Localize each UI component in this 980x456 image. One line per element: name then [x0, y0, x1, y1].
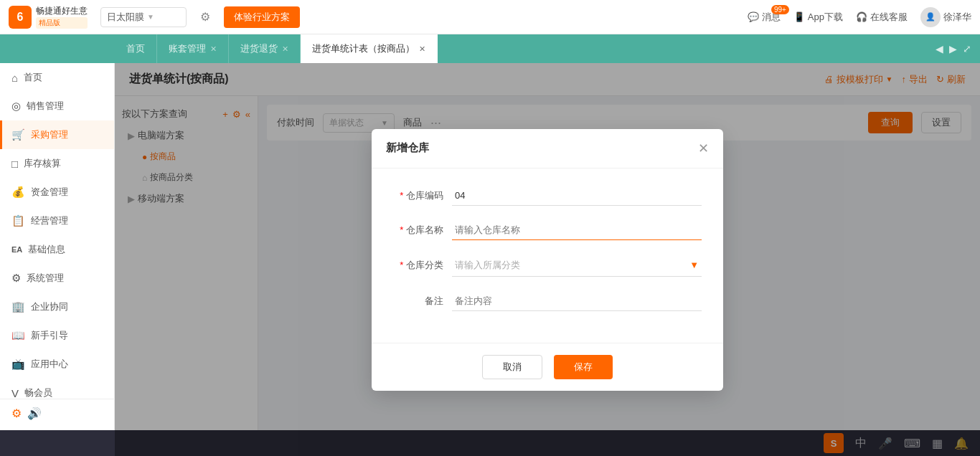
logo-area: 6 畅捷通好生意 精品版 — [9, 5, 88, 29]
sidebar-item-inventory[interactable]: □ 库存核算 — [0, 149, 114, 178]
modal-header: 新增仓库 ✕ — [372, 129, 723, 168]
name-required-mark: * — [400, 224, 403, 235]
sidebar-purchase-label: 采购管理 — [31, 128, 68, 141]
remark-input[interactable] — [452, 291, 702, 311]
app-icon: 📱 — [793, 11, 805, 22]
tab-right-arrow-icon[interactable]: ▶ — [949, 43, 957, 54]
sidebar-item-home[interactable]: ⌂ 首页 — [0, 63, 114, 92]
sidebar-enterprise-label: 企业协同 — [31, 300, 68, 313]
logo-text: 畅捷通好生意 精品版 — [36, 5, 88, 29]
modal-title: 新增仓库 — [386, 141, 429, 155]
form-row-category: * 仓库分类 请输入所属分类 ▼ — [393, 255, 702, 277]
online-service-button[interactable]: 🎧 在线客服 — [856, 11, 908, 24]
close-purchase-stats-icon[interactable]: ✕ — [419, 44, 425, 54]
tab-purchase-return[interactable]: 进货退货 ✕ — [229, 34, 301, 63]
sidebar-system-label: 系统管理 — [27, 272, 64, 285]
sidebar-item-enterprise[interactable]: 🏢 企业协同 — [0, 293, 114, 321]
headset-icon: 🎧 — [856, 11, 867, 22]
tab-home[interactable]: 首页 — [115, 34, 157, 63]
volume-icon[interactable]: 🔊 — [27, 407, 42, 420]
store-selector[interactable]: 日太阳膜 ▼ — [100, 7, 187, 27]
vip-icon: V — [11, 387, 19, 399]
modal-body: * 仓库编码 * 仓库名称 — [372, 168, 723, 343]
sales-icon: ◎ — [11, 100, 21, 113]
code-required-mark: * — [400, 190, 403, 201]
message-icon: 💬 — [748, 11, 759, 22]
message-badge: 99+ — [771, 5, 789, 14]
code-input[interactable] — [452, 186, 702, 206]
logo-icon: 6 — [9, 6, 32, 29]
finance-icon: 💰 — [11, 186, 25, 199]
close-account-icon[interactable]: ✕ — [210, 44, 217, 54]
apps-icon: 📺 — [11, 358, 25, 371]
sidebar-operation-label: 经营管理 — [31, 214, 68, 227]
close-purchase-return-icon[interactable]: ✕ — [282, 44, 288, 54]
sidebar-apps-label: 应用中心 — [31, 358, 68, 371]
sidebar-item-system[interactable]: ⚙ 系统管理 — [0, 264, 114, 293]
modal-overlay: 新增仓库 ✕ * 仓库编码 * — [115, 63, 980, 456]
sidebar-home-label: 首页 — [24, 71, 42, 84]
app-download-button[interactable]: 📱 App下载 — [793, 11, 843, 24]
store-arrow-icon: ▼ — [147, 13, 154, 21]
sidebar: ⌂ 首页 ◎ 销售管理 🛒 采购管理 □ 库存核算 💰 资金管理 📋 经营管理 … — [0, 63, 115, 456]
sidebar-item-apps[interactable]: 📺 应用中心 — [0, 350, 114, 379]
name-input[interactable] — [452, 220, 702, 240]
save-button[interactable]: 保存 — [554, 355, 613, 379]
system-icon: ⚙ — [11, 272, 21, 285]
code-label: * 仓库编码 — [393, 189, 443, 202]
category-placeholder: 请输入所属分类 — [455, 259, 520, 272]
cancel-button[interactable]: 取消 — [482, 355, 542, 379]
top-bar: 6 畅捷通好生意 精品版 日太阳膜 ▼ ⚙ 体验行业方案 💬 消息 99+ 📱 … — [0, 0, 980, 34]
tab-bar: 首页 账套管理 ✕ 进货退货 ✕ 进货单统计表（按商品） ✕ ◀ ▶ ⤢ — [0, 34, 980, 63]
enterprise-icon: 🏢 — [11, 300, 25, 313]
sidebar-item-basic-info[interactable]: EA 基础信息 — [0, 235, 114, 264]
user-area[interactable]: 👤 徐泽华 — [920, 7, 971, 27]
form-row-code: * 仓库编码 — [393, 186, 702, 206]
main-layout: ⌂ 首页 ◎ 销售管理 🛒 采购管理 □ 库存核算 💰 资金管理 📋 经营管理 … — [0, 63, 980, 456]
sidebar-item-guide[interactable]: 📖 新手引导 — [0, 321, 114, 350]
sidebar-item-sales[interactable]: ◎ 销售管理 — [0, 92, 114, 120]
inventory-icon: □ — [11, 158, 18, 170]
tab-account-label: 账套管理 — [169, 42, 206, 55]
form-row-remark: 备注 — [393, 291, 702, 311]
tab-account[interactable]: 账套管理 ✕ — [157, 34, 229, 63]
remark-label: 备注 — [393, 295, 443, 308]
basic-info-icon: EA — [11, 245, 22, 254]
tab-home-label: 首页 — [126, 42, 145, 55]
settings-bottom-icon[interactable]: ⚙ — [11, 407, 22, 420]
sidebar-item-finance[interactable]: 💰 资金管理 — [0, 178, 114, 206]
modal-close-button[interactable]: ✕ — [698, 141, 709, 156]
content-area: 进货单统计(按商品) 🖨 按模板打印 ▼ ↑ 导出 ↻ 刷新 — [115, 63, 980, 456]
messages-button[interactable]: 💬 消息 99+ — [748, 11, 781, 24]
sidebar-finance-label: 资金管理 — [31, 186, 68, 199]
tab-controls: ◀ ▶ ⤢ — [936, 43, 980, 54]
category-required-mark: * — [400, 260, 403, 270]
store-name: 日太阳膜 — [107, 11, 144, 24]
sidebar-bottom: ⚙ 🔊 — [0, 399, 115, 427]
form-row-name: * 仓库名称 — [393, 220, 702, 240]
user-avatar: 👤 — [920, 7, 941, 27]
sidebar-inventory-label: 库存核算 — [24, 157, 61, 170]
modal-footer: 取消 保存 — [372, 343, 723, 391]
top-right-area: 💬 消息 99+ 📱 App下载 🎧 在线客服 👤 徐泽华 — [748, 7, 971, 27]
home-icon: ⌂ — [11, 72, 18, 84]
trial-button[interactable]: 体验行业方案 — [224, 6, 300, 28]
category-select[interactable]: 请输入所属分类 ▼ — [452, 255, 702, 277]
name-label: * 仓库名称 — [393, 224, 443, 237]
gear-button[interactable]: ⚙ — [194, 6, 217, 29]
guide-icon: 📖 — [11, 329, 25, 342]
sidebar-guide-label: 新手引导 — [31, 329, 68, 342]
tab-purchase-stats-label: 进货单统计表（按商品） — [312, 42, 415, 55]
sidebar-item-operation[interactable]: 📋 经营管理 — [0, 206, 114, 235]
tab-left-arrow-icon[interactable]: ◀ — [936, 43, 943, 54]
tab-expand-icon[interactable]: ⤢ — [963, 43, 971, 54]
tab-purchase-stats[interactable]: 进货单统计表（按商品） ✕ — [301, 34, 438, 63]
add-warehouse-modal: 新增仓库 ✕ * 仓库编码 * — [372, 129, 723, 391]
category-select-arrow-icon: ▼ — [689, 260, 699, 270]
tab-purchase-return-label: 进货退货 — [240, 42, 278, 55]
sidebar-item-purchase[interactable]: 🛒 采购管理 — [0, 120, 114, 149]
category-label: * 仓库分类 — [393, 259, 443, 272]
operation-icon: 📋 — [11, 214, 25, 227]
sidebar-vip-label: 畅会员 — [24, 386, 52, 399]
purchase-icon: 🛒 — [11, 128, 25, 141]
